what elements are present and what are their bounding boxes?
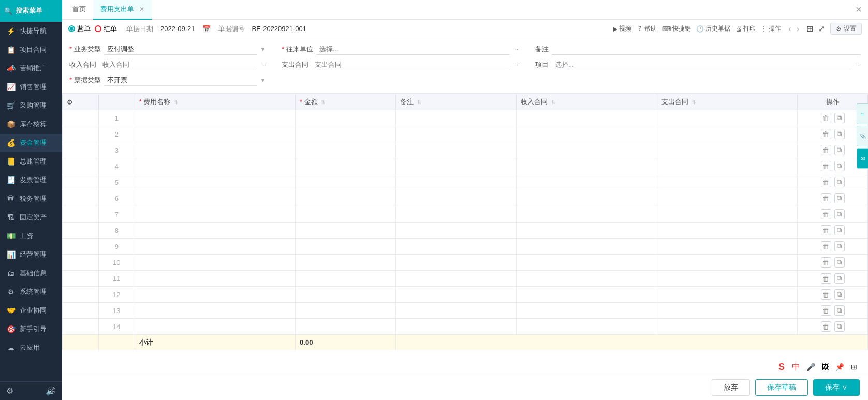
invoice-type-dropdown[interactable]: ▼ [260, 77, 266, 84]
row-delete-btn[interactable]: 🗑 [821, 177, 831, 187]
row-name-cell[interactable] [135, 255, 295, 271]
row-note-cell[interactable] [396, 303, 517, 319]
row-income-cell[interactable] [516, 287, 657, 303]
row-delete-btn[interactable]: 🗑 [821, 257, 831, 268]
row-expense-cell[interactable] [657, 158, 798, 174]
row-delete-btn[interactable]: 🗑 [821, 305, 831, 316]
row-name-cell[interactable] [135, 174, 295, 190]
note-col-header[interactable]: 备注 ⇅ [396, 94, 517, 110]
rf-tab-3[interactable]: ✉ [857, 148, 868, 169]
sidebar-item-fixed-assets[interactable]: 🏗 固定资产 [0, 208, 62, 227]
income-contract-more[interactable]: ··· [261, 62, 266, 68]
row-expense-cell[interactable] [657, 174, 798, 190]
row-expense-cell[interactable] [657, 110, 798, 126]
row-expense-cell[interactable] [657, 190, 798, 206]
row-income-cell[interactable] [516, 303, 657, 319]
tab-home[interactable]: 首页 [65, 0, 93, 20]
row-note-cell[interactable] [396, 206, 517, 223]
row-delete-btn[interactable]: 🗑 [821, 145, 831, 155]
rf-tab-2[interactable]: 📎 [857, 126, 868, 146]
row-copy-btn[interactable]: ⧉ [834, 129, 845, 139]
row-income-cell[interactable] [516, 319, 657, 335]
video-action[interactable]: ▶ 视频 [613, 24, 631, 33]
row-note-cell[interactable] [396, 319, 517, 335]
sidebar-item-sales[interactable]: 📈 销售管理 [0, 78, 62, 96]
row-note-cell[interactable] [396, 271, 517, 287]
sidebar-item-cloud-app[interactable]: ☁ 云应用 [0, 338, 62, 357]
save-draft-button[interactable]: 保存草稿 [755, 379, 808, 396]
grid-view-icon[interactable]: ⊞ [806, 24, 813, 34]
row-delete-btn[interactable]: 🗑 [821, 129, 831, 139]
row-delete-btn[interactable]: 🗑 [821, 241, 831, 251]
nav-next[interactable]: › [795, 23, 801, 35]
row-expense-cell[interactable] [657, 271, 798, 287]
calendar-icon[interactable]: 📅 [202, 25, 211, 33]
row-name-cell[interactable] [135, 303, 295, 319]
row-income-cell[interactable] [516, 126, 657, 142]
row-income-cell[interactable] [516, 206, 657, 223]
row-amount-cell[interactable] [296, 319, 396, 335]
row-name-cell[interactable] [135, 271, 295, 287]
print-action[interactable]: 🖨 打印 [735, 24, 756, 33]
row-copy-btn[interactable]: ⧉ [834, 305, 845, 316]
row-expense-cell[interactable] [657, 206, 798, 223]
row-note-cell[interactable] [396, 190, 517, 206]
sidebar-item-ops-mgmt[interactable]: 📊 经营管理 [0, 245, 62, 264]
income-contract-input[interactable] [99, 59, 256, 70]
blue-bill-radio[interactable]: 蓝单 [68, 24, 91, 34]
counterpart-more[interactable]: ··· [515, 46, 520, 52]
row-name-cell[interactable] [135, 319, 295, 335]
row-expense-cell[interactable] [657, 303, 798, 319]
row-copy-btn[interactable]: ⧉ [834, 145, 845, 155]
row-note-cell[interactable] [396, 239, 517, 255]
row-delete-btn[interactable]: 🗑 [821, 209, 831, 219]
row-amount-cell[interactable] [296, 126, 396, 142]
row-amount-cell[interactable] [296, 239, 396, 255]
row-name-cell[interactable] [135, 158, 295, 174]
row-income-cell[interactable] [516, 158, 657, 174]
row-income-cell[interactable] [516, 223, 657, 239]
row-amount-cell[interactable] [296, 303, 396, 319]
row-income-cell[interactable] [516, 239, 657, 255]
row-copy-btn[interactable]: ⧉ [834, 321, 845, 332]
row-name-cell[interactable] [135, 110, 295, 126]
sidebar-item-base-info[interactable]: 🗂 基础信息 [0, 264, 62, 283]
tab-expense-close[interactable]: ✕ [139, 6, 144, 13]
row-income-cell[interactable] [516, 174, 657, 190]
history-action[interactable]: 🕐 历史单据 [696, 24, 730, 33]
row-expense-cell[interactable] [657, 319, 798, 335]
sidebar-item-corp-collab[interactable]: 🤝 企业协同 [0, 301, 62, 320]
row-name-cell[interactable] [135, 142, 295, 158]
expense-contract-input[interactable] [312, 59, 510, 70]
row-amount-cell[interactable] [296, 110, 396, 126]
row-amount-cell[interactable] [296, 223, 396, 239]
row-copy-btn[interactable]: ⧉ [834, 273, 845, 284]
row-delete-btn[interactable]: 🗑 [821, 113, 831, 123]
window-close-button[interactable]: × [852, 3, 865, 17]
row-delete-btn[interactable]: 🗑 [821, 225, 831, 235]
rf-tab-1[interactable]: ≡ [857, 103, 868, 124]
row-name-cell[interactable] [135, 287, 295, 303]
sidebar-item-ledger[interactable]: 📒 总账管理 [0, 152, 62, 171]
row-copy-btn[interactable]: ⧉ [834, 225, 845, 235]
row-copy-btn[interactable]: ⧉ [834, 113, 845, 123]
counterpart-input[interactable] [316, 43, 510, 55]
expense-col-header[interactable]: 支出合同 ⇅ [657, 94, 798, 110]
sidebar-item-purchase[interactable]: 🛒 采购管理 [0, 96, 62, 115]
operate-action[interactable]: ⋮ 操作 [761, 24, 781, 33]
row-expense-cell[interactable] [657, 287, 798, 303]
tab-expense[interactable]: 费用支出单 ✕ [93, 0, 152, 20]
sidebar-item-new-guide[interactable]: 🎯 新手引导 [0, 320, 62, 338]
row-copy-btn[interactable]: ⧉ [834, 193, 845, 203]
row-name-cell[interactable] [135, 223, 295, 239]
row-note-cell[interactable] [396, 174, 517, 190]
row-note-cell[interactable] [396, 223, 517, 239]
gear-col-header[interactable]: ⚙ [63, 94, 99, 110]
income-col-header[interactable]: 收入合同 ⇅ [516, 94, 657, 110]
row-delete-btn[interactable]: 🗑 [821, 161, 831, 171]
sidebar-item-capital[interactable]: 💰 资金管理 [0, 134, 62, 152]
row-copy-btn[interactable]: ⧉ [834, 177, 845, 187]
row-amount-cell[interactable] [296, 158, 396, 174]
row-note-cell[interactable] [396, 255, 517, 271]
row-expense-cell[interactable] [657, 223, 798, 239]
